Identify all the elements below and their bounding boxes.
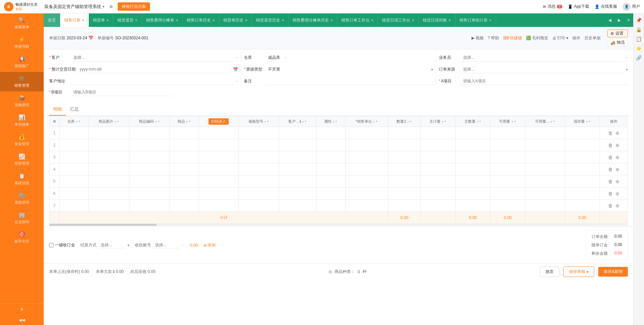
- row-1-avail[interactable]: [490, 127, 525, 139]
- row-6-stock[interactable]: [565, 188, 600, 200]
- row-5-stock[interactable]: [565, 175, 600, 188]
- row-5-product[interactable]: [170, 175, 199, 188]
- row-2-main-qty[interactable]: [455, 139, 490, 151]
- tab-sales-refund[interactable]: 销货退货 ✕: [113, 13, 142, 27]
- row-7-delete-btn[interactable]: 🗑: [608, 203, 613, 208]
- row-2-image[interactable]: [88, 139, 129, 151]
- row-1-qty2[interactable]: [388, 127, 420, 139]
- invoice-type-value[interactable]: 不开票: [266, 65, 429, 74]
- row-2-avail-more[interactable]: [525, 139, 565, 151]
- row-3-product[interactable]: [170, 151, 199, 163]
- row-1-delete-btn[interactable]: 🗑: [608, 130, 613, 136]
- row-6-copy-btn[interactable]: ⊕: [615, 191, 619, 196]
- th-scan[interactable]: 扫码录入: [199, 116, 239, 127]
- history-action[interactable]: 历史单据: [584, 35, 601, 41]
- discard-button[interactable]: 放弃: [540, 267, 559, 277]
- right-btn-3[interactable]: 📋: [635, 35, 643, 43]
- tab-stats[interactable]: 销售订单统计表 ✕: [455, 13, 496, 27]
- row-3-unit[interactable]: [345, 151, 388, 163]
- row-3-stock[interactable]: [565, 151, 600, 163]
- row-5-warehouse[interactable]: [60, 175, 89, 188]
- row-6-warehouse[interactable]: [60, 188, 89, 200]
- sidebar-item-basic[interactable]: 📋 基础信息: [0, 169, 44, 189]
- order-source-dropdown-icon[interactable]: ▾: [626, 67, 628, 72]
- row-4-image[interactable]: [88, 163, 129, 175]
- table-settings-icon[interactable]: ⚙: [53, 119, 56, 123]
- sidebar-collapse-btn[interactable]: ◀◀: [0, 315, 44, 325]
- row-7-unit[interactable]: [345, 200, 388, 212]
- row-5-main-unit[interactable]: [420, 175, 455, 188]
- profit-action[interactable]: 💹 毛利预览: [526, 35, 548, 41]
- row-5-code[interactable]: [129, 175, 170, 188]
- help-action[interactable]: ? 帮助: [488, 35, 499, 41]
- th-available-qty[interactable]: 可用量 ▲▼: [490, 116, 525, 127]
- row-4-delete-btn[interactable]: 🗑: [608, 167, 613, 172]
- online-service-item[interactable]: 👤 在线客服: [595, 4, 617, 9]
- row-5-copy-btn[interactable]: ⊕: [615, 179, 619, 184]
- th-sales-unit[interactable]: *销售单位 ▲▼: [345, 116, 388, 127]
- row-4-main-qty[interactable]: [455, 163, 490, 175]
- tab-home[interactable]: 首页: [44, 13, 60, 27]
- row-4-customer-code[interactable]: [279, 163, 316, 175]
- th-main-qty[interactable]: 主数量 ▲▼: [455, 116, 490, 127]
- row-4-avail-more[interactable]: [525, 163, 565, 175]
- row-4-stock[interactable]: [565, 163, 600, 175]
- row-5-customer-code[interactable]: [279, 175, 316, 188]
- row-7-attribute[interactable]: [316, 200, 345, 212]
- row-6-image[interactable]: [88, 188, 129, 200]
- row-4-avail[interactable]: [490, 163, 525, 175]
- row-3-customer-code[interactable]: [279, 151, 316, 163]
- invoice-dropdown-icon[interactable]: ▾: [431, 67, 433, 72]
- row-4-code[interactable]: [129, 163, 170, 175]
- row-3-attribute[interactable]: [316, 151, 345, 163]
- operations-action[interactable]: 操作: [572, 35, 580, 41]
- remarks-input[interactable]: [266, 77, 433, 85]
- receipt-more-icon[interactable]: ···: [182, 243, 185, 247]
- right-btn-2[interactable]: 🔒: [635, 26, 643, 34]
- payment-method-input[interactable]: [99, 242, 125, 248]
- th-product[interactable]: 商品 ▲▼: [170, 116, 199, 127]
- tab-expense-split[interactable]: 销售费用分摊单 ✕: [142, 13, 183, 27]
- app-download-item[interactable]: 📱 App下载: [568, 4, 589, 9]
- delivery-calendar-icon[interactable]: 📅: [233, 67, 238, 72]
- th-warehouse[interactable]: 仓库 ▲▼: [60, 116, 89, 127]
- save-draft-dropdown-icon[interactable]: ▾: [586, 270, 589, 274]
- row-1-main-unit[interactable]: [420, 127, 455, 139]
- th-customer-code[interactable]: 客户... ℹ ▲▼: [279, 116, 316, 127]
- save-new-button[interactable]: 保存&新增: [598, 267, 628, 277]
- system-dropdown-icon[interactable]: ▾: [103, 5, 104, 8]
- b-project-input[interactable]: [71, 88, 172, 96]
- address-more-icon[interactable]: ···: [235, 79, 238, 83]
- tab-close-sales-return[interactable]: ✕: [106, 18, 109, 22]
- row-1-unit[interactable]: [345, 127, 388, 139]
- tab-order-workbench[interactable]: 销售订单工作台 ✕: [337, 13, 378, 27]
- sidebar-item-purchase[interactable]: 📦 采购管理: [0, 91, 44, 111]
- tab-summary[interactable]: 汇总: [66, 104, 83, 116]
- row-2-spec[interactable]: [238, 139, 279, 151]
- row-1-customer-code[interactable]: [279, 127, 316, 139]
- sidebar-item-inventory[interactable]: 📊 库存核算: [0, 111, 44, 130]
- row-7-image[interactable]: [88, 200, 129, 212]
- row-7-avail[interactable]: [490, 200, 525, 212]
- row-7-stock[interactable]: [565, 200, 600, 212]
- one-click-checkbox[interactable]: [49, 243, 53, 247]
- row-2-attribute[interactable]: [316, 139, 345, 151]
- tab-expense-history[interactable]: 销售费用分摊单历史 ✕: [289, 13, 337, 27]
- row-2-qty2[interactable]: [388, 139, 420, 151]
- nav-next-btn[interactable]: ▶: [614, 13, 624, 27]
- row-7-product[interactable]: [170, 200, 199, 212]
- tab-close-refund-history[interactable]: ✕: [281, 18, 284, 22]
- message-item[interactable]: ✉ 消息 9: [543, 4, 562, 9]
- sidebar-settings-item[interactable]: ⚙: [0, 304, 44, 315]
- row-6-customer-code[interactable]: [279, 188, 316, 200]
- sidebar-item-enterprise[interactable]: 🏢 企业协同: [0, 208, 44, 228]
- row-1-stock[interactable]: [565, 127, 600, 139]
- row-7-customer-code[interactable]: [279, 200, 316, 212]
- row-5-image[interactable]: [88, 175, 129, 188]
- nav-prev-btn[interactable]: ◀: [605, 13, 614, 27]
- row-3-main-qty[interactable]: [455, 151, 490, 163]
- row-1-main-qty[interactable]: [455, 127, 490, 139]
- row-6-product[interactable]: [170, 188, 199, 200]
- save-draft-button[interactable]: 保存草稿 ▾: [563, 267, 594, 277]
- calendar-icon[interactable]: 📅: [88, 36, 93, 40]
